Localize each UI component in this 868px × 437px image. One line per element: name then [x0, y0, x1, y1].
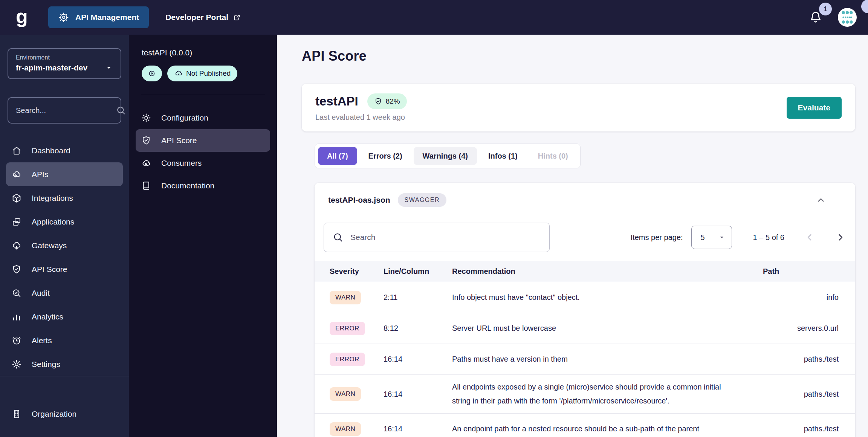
apim-gear-icon — [58, 12, 69, 23]
gear-icon — [11, 359, 22, 370]
sidebar-bottom-nav: Organization — [6, 391, 123, 437]
environment-value: fr-apim-master-dev — [16, 63, 87, 72]
sidebar-search — [8, 97, 121, 124]
sidebar-item-label: Applications — [32, 217, 74, 226]
sidebar-search-input[interactable] — [16, 106, 116, 115]
target-icon — [148, 69, 156, 78]
environment-selector[interactable]: Environment fr-apim-master-dev — [8, 48, 121, 79]
sidebar-item-applications[interactable]: Applications — [6, 210, 123, 234]
evaluate-button[interactable]: Evaluate — [787, 97, 842, 119]
home-icon — [11, 145, 22, 156]
windows-icon — [11, 217, 22, 227]
tab-infos-1[interactable]: Infos (1) — [479, 147, 527, 165]
api-management-button[interactable]: API Management — [48, 6, 149, 28]
line-column-cell: 16:14 — [384, 390, 452, 399]
line-column-cell: 16:14 — [384, 425, 452, 433]
severity-badge: WARN — [330, 291, 361, 304]
sidebar-item-alerts[interactable]: Alerts — [6, 329, 123, 352]
tab-hints-0: Hints (0) — [529, 147, 577, 165]
page-title: API Score — [302, 48, 855, 64]
sidebar-item-dashboard[interactable]: Dashboard — [6, 139, 123, 162]
tab-all-7[interactable]: All (7) — [318, 147, 357, 165]
avatar-status-dot — [861, 0, 868, 13]
path-cell: paths./test — [763, 390, 844, 399]
main-sidebar: Environment fr-apim-master-dev Dashboard… — [0, 35, 129, 437]
line-column-cell: 16:14 — [384, 355, 452, 364]
book-icon — [141, 180, 151, 191]
table-search-input[interactable] — [350, 233, 541, 242]
chevron-up-icon[interactable] — [815, 194, 827, 206]
building-icon — [11, 409, 22, 419]
environment-label: Environment — [16, 54, 113, 61]
sidebar-item-label: APIs — [32, 170, 48, 179]
sidebar-item-configuration[interactable]: Configuration — [136, 107, 270, 129]
developer-portal-link[interactable]: Developer Portal — [165, 13, 241, 22]
column-line: Line/Column — [384, 267, 452, 276]
score-badge: 82% — [367, 93, 407, 109]
column-recommendation: Recommendation — [452, 267, 763, 276]
recommendations-table: Severity Line/Column Recommendation Path… — [315, 261, 855, 437]
severity-tabs: All (7)Errors (2)Warnings (4)Infos (1)Hi… — [315, 144, 581, 168]
column-path: Path — [763, 267, 844, 276]
external-link-icon — [233, 13, 241, 21]
path-cell: paths./test — [763, 355, 844, 364]
sidebar-item-label: Settings — [32, 360, 60, 369]
caret-down-icon — [105, 64, 113, 72]
sidebar-item-apis[interactable]: APIs — [6, 162, 123, 186]
sidebar-item-settings[interactable]: Settings — [6, 352, 123, 376]
search-icon — [116, 105, 126, 116]
last-evaluated: Last evaluated 1 week ago — [315, 113, 407, 122]
table-row: WARN 2:11 Info object must have "contact… — [315, 282, 855, 313]
items-per-page-select[interactable]: 5 — [691, 226, 732, 249]
sidebar-item-gateways[interactable]: Gateways — [6, 234, 123, 257]
severity-badge: WARN — [330, 387, 361, 401]
sidebar-divider — [0, 376, 129, 376]
developer-portal-label: Developer Portal — [165, 13, 228, 22]
sidebar-item-integrations[interactable]: Integrations — [6, 186, 123, 210]
sidebar-item-analytics[interactable]: Analytics — [6, 305, 123, 329]
search-icon — [332, 232, 344, 243]
cube-icon — [11, 193, 22, 203]
gear-icon — [141, 113, 151, 123]
sidebar-item-audit[interactable]: Audit — [6, 281, 123, 305]
line-column-cell: 8:12 — [384, 324, 452, 333]
sidebar-item-documentation[interactable]: Documentation — [136, 174, 270, 197]
page: g API Management Developer Portal 1 — [0, 0, 868, 437]
table-row: WARN 16:14 All endpoints exposed by a si… — [315, 375, 855, 414]
score-card: testAPI 82% Last evaluated 1 week ago Ev… — [302, 84, 855, 131]
previous-page-icon — [804, 232, 815, 243]
cloud-gear-icon — [11, 169, 22, 180]
sidebar-item-organization[interactable]: Organization — [6, 402, 123, 426]
recommendation-cell: Server URL must be lowercase — [452, 321, 763, 335]
items-per-page-label: Items per page: — [631, 233, 683, 242]
sidebar-item-label: API Score — [32, 265, 67, 274]
recommendation-cell: Info object must have "contact" object. — [452, 290, 763, 304]
recommendation-cell: All endpoints exposed by a single (micro… — [452, 380, 763, 408]
api-state-badge — [142, 66, 162, 81]
tab-errors-2[interactable]: Errors (2) — [359, 147, 411, 165]
recommendation-cell: An endpoint path for a nested resource s… — [452, 422, 763, 436]
cloud-person-icon — [141, 158, 151, 168]
api-sidebar-nav: ConfigurationAPI ScoreConsumersDocumenta… — [136, 107, 270, 197]
table-body: WARN 2:11 Info object must have "contact… — [315, 282, 855, 437]
sidebar-item-label: Organization — [32, 409, 76, 419]
not-published-label: Not Published — [186, 69, 231, 78]
shield-check-icon — [141, 135, 151, 146]
user-avatar[interactable] — [838, 8, 857, 27]
gravitee-logo[interactable]: g — [11, 5, 32, 28]
cloud-arrow-icon — [11, 240, 22, 251]
table-search — [324, 223, 550, 252]
next-page-icon[interactable] — [835, 232, 846, 243]
sidebar-item-api-score[interactable]: API Score — [136, 129, 270, 152]
severity-badge: ERROR — [330, 322, 365, 335]
notifications-button[interactable]: 1 — [808, 9, 824, 26]
sidebar-item-api-score[interactable]: API Score — [6, 257, 123, 281]
path-cell: info — [763, 293, 844, 302]
file-panel: testAPI-oas.json SWAGGER — [315, 183, 855, 437]
sidebar-item-label: Integrations — [32, 194, 73, 203]
tab-warnings-4[interactable]: Warnings (4) — [414, 147, 477, 165]
items-per-page-value: 5 — [701, 233, 705, 242]
severity-badge: WARN — [330, 422, 361, 436]
top-bar: g API Management Developer Portal 1 — [0, 0, 868, 35]
sidebar-item-consumers[interactable]: Consumers — [136, 152, 270, 174]
